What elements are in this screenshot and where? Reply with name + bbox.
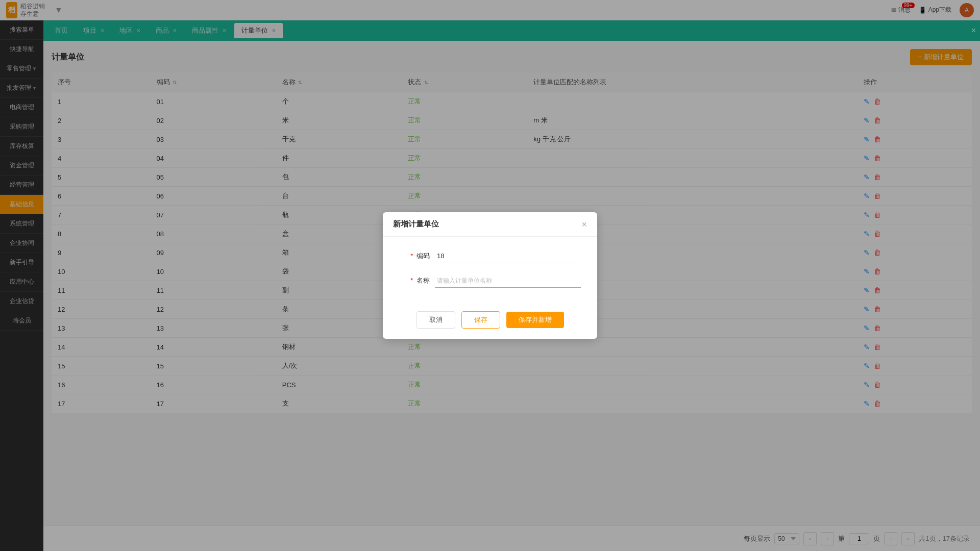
form-row-code: * 编码 [399,249,581,263]
form-name-label: * 名称 [399,276,430,285]
cancel-button[interactable]: 取消 [416,311,455,329]
code-input[interactable] [435,249,581,263]
code-required-mark: * [410,252,413,260]
dialog-title: 新增计量单位 [393,219,439,229]
app-container: 稻 稻谷进销存生意 ▼ ✉ 消息 99+ 📱 App下载 A 搜索菜单 快捷导航 [0,0,980,551]
code-label-text: 编码 [416,252,430,260]
dialog-header: 新增计量单位 × [383,212,597,237]
name-required-mark: * [410,277,413,284]
form-row-name: * 名称 [399,273,581,288]
dialog-footer: 取消 保存 保存并新增 [383,306,597,339]
dialog-body: * 编码 * 名称 [383,237,597,306]
save-and-new-button[interactable]: 保存并新增 [506,312,564,328]
save-button[interactable]: 保存 [461,311,500,329]
dialog-overlay: 新增计量单位 × * 编码 * 名称 [0,0,980,551]
dialog-close-button[interactable]: × [581,220,587,229]
add-unit-dialog: 新增计量单位 × * 编码 * 名称 [383,212,597,339]
form-code-label: * 编码 [399,252,430,261]
name-label-text: 名称 [416,277,430,284]
name-input[interactable] [435,273,581,288]
